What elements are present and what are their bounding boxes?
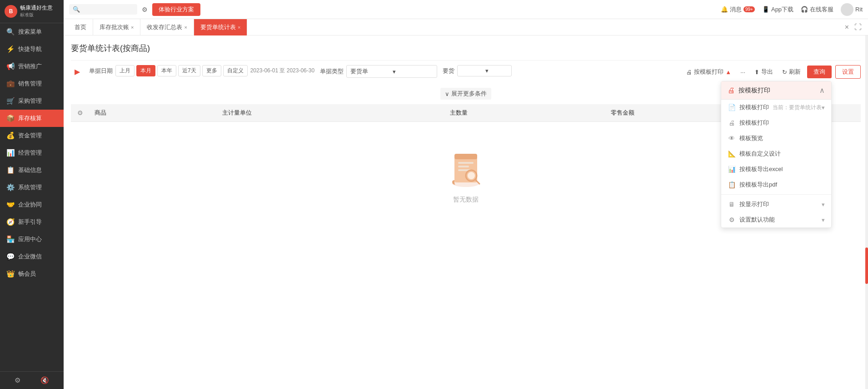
set-default-item[interactable]: ⚙ 设置默认功能 ▾ [721, 212, 831, 227]
current-template-item[interactable]: 📄 按模板打印 当前：要货单统计表 ▾ [721, 100, 831, 115]
chart-icon: 📊 [6, 149, 15, 157]
sidebar-item-operation[interactable]: 📊 经营管理 [0, 144, 64, 162]
goods-select[interactable]: ▾ [457, 65, 512, 76]
sidebar-item-label: 畅会员 [18, 270, 36, 278]
svg-rect-4 [458, 166, 469, 167]
order-type-label: 单据类型 [320, 67, 344, 76]
topbar-gear-icon[interactable]: ⚙ [142, 6, 148, 13]
messages-button[interactable]: 🔔 消息 99+ [721, 5, 755, 14]
display-print-item[interactable]: 🖥 按显示打印 ▾ [721, 197, 831, 212]
dropdown-title: 按模板打印 [738, 86, 770, 95]
refresh-icon: ↻ [782, 69, 787, 76]
sidebar-item-label: 系统管理 [18, 183, 42, 192]
more-icon: ··· [740, 69, 745, 76]
refresh-button[interactable]: ↻ 刷新 [779, 66, 803, 78]
sidebar-item-inventory[interactable]: 📦 库存核算 [0, 110, 64, 127]
current-template-label: 按模板打印 [739, 103, 769, 111]
sidebar-item-label: 应用中心 [18, 235, 42, 243]
sidebar-item-label: 基础信息 [18, 166, 42, 174]
crown-icon: 👑 [6, 270, 15, 278]
sidebar-item-label: 库存核算 [18, 114, 42, 122]
messages-label: 消息 [730, 5, 742, 14]
trial-button[interactable]: 体验行业方案 [152, 3, 200, 16]
sidebar-item-base[interactable]: 📋 基础信息 [0, 162, 64, 179]
printer-icon: 🖨 [686, 69, 692, 76]
query-button[interactable]: 查询 [807, 66, 832, 78]
sidebar-item-finance[interactable]: 💰 资金管理 [0, 127, 64, 144]
print-template-item[interactable]: 🖨 按模板打印 [721, 115, 831, 131]
user-avatar[interactable]: Rit [841, 3, 863, 16]
chevron-down-icon: ▾ [822, 201, 825, 208]
order-type-select[interactable]: 要货单 ▾ [346, 65, 437, 78]
export-button[interactable]: ⬆ 导出 [752, 66, 776, 78]
tab-order-stat[interactable]: 要货单统计表 × [194, 19, 247, 35]
close-icon[interactable]: × [184, 25, 187, 30]
dropdown-close-button[interactable]: ∧ [819, 86, 825, 95]
right-scrollbar[interactable] [865, 35, 868, 389]
sidebar-item-sales[interactable]: 💼 销售管理 [0, 75, 64, 92]
topbar-right: 🔔 消息 99+ 📱 App下载 🎧 在线客服 Rit [721, 3, 863, 16]
more-options-button[interactable]: ··· [738, 67, 748, 77]
close-icon[interactable]: × [238, 25, 240, 30]
chevron-down-icon: ▾ [393, 68, 433, 75]
sidebar-item-guide[interactable]: 🧭 新手引导 [0, 213, 64, 231]
sidebar-item-system[interactable]: ⚙️ 系统管理 [0, 179, 64, 196]
print-template-button[interactable]: 🖨 按模板打印 ▲ [683, 66, 734, 78]
customer-service-button[interactable]: 🎧 在线客服 [801, 5, 833, 14]
sidebar-item-collab[interactable]: 🤝 企业协同 [0, 196, 64, 213]
home-label: 首页 [75, 23, 86, 31]
sidebar-item-shortcut[interactable]: ⚡ 快捷导航 [0, 40, 64, 58]
app-download-button[interactable]: 📱 App下载 [762, 5, 793, 14]
sidebar-item-search[interactable]: 🔍 搜索菜单 [0, 23, 64, 40]
tab-collect[interactable]: 收发存汇总表 × [140, 19, 194, 35]
sidebar-item-member[interactable]: 👑 畅会员 [0, 265, 64, 283]
refresh-label: 刷新 [789, 68, 801, 76]
compass-icon: 🧭 [6, 218, 15, 226]
cart-icon: 🛒 [6, 97, 15, 105]
custom-design-item[interactable]: 📐 模板自定义设计 [721, 146, 831, 162]
sidebar-item-marketing[interactable]: 📢 营销推广 [0, 58, 64, 75]
template-preview-item[interactable]: 👁 模板预览 [721, 131, 831, 146]
expand-more-label: 展开更多条件 [451, 90, 487, 98]
search-input[interactable] [82, 6, 118, 13]
topbar-search-box[interactable]: 🔍 [69, 4, 137, 15]
sidebar-item-label: 资金管理 [18, 131, 42, 140]
tab-batch[interactable]: 库存批次账 × [93, 19, 140, 35]
date-btn-more[interactable]: 更多 [202, 65, 221, 76]
maximize-icon[interactable]: ⛶ [853, 21, 863, 33]
export-pdf-item[interactable]: 📋 按模板导出pdf [721, 177, 831, 192]
sidebar-item-label: 企业协同 [18, 201, 42, 209]
tab-home[interactable]: 首页 [68, 19, 93, 35]
display-print-left: 🖥 按显示打印 [728, 200, 769, 208]
close-icon[interactable]: × [131, 25, 134, 30]
settings-icon: ⚙ [77, 109, 83, 116]
date-btn-custom[interactable]: 自定义 [223, 65, 248, 76]
expand-button[interactable]: ▶ [71, 65, 84, 78]
app-download-label: App下载 [771, 5, 793, 14]
sidebar-item-appstore[interactable]: 🏪 应用中心 [0, 231, 64, 248]
custom-design-label: 模板自定义设计 [739, 150, 781, 158]
empty-text: 暂无数据 [453, 196, 479, 204]
gear-icon: ⚙️ [6, 183, 15, 192]
settings-button[interactable]: 设置 [835, 65, 861, 79]
th-unit: 主计量单位 [217, 104, 444, 122]
date-btn-7days[interactable]: 近7天 [178, 65, 200, 76]
chevron-up-icon: ▲ [725, 69, 731, 76]
close-tab-icon[interactable]: × [843, 21, 851, 33]
export-excel-item[interactable]: 📊 按模板导出excel [721, 162, 831, 177]
sidebar-item-wechat[interactable]: 💬 企业微信 [0, 248, 64, 265]
date-btn-this-month[interactable]: 本月 [136, 65, 155, 76]
date-btn-prev-month[interactable]: 上月 [115, 65, 135, 76]
excel-icon: 📊 [728, 166, 736, 173]
megaphone-icon: 📢 [6, 62, 15, 71]
user-name: Rit [855, 6, 863, 13]
settings-bottom-icon[interactable]: ⚙ [15, 376, 20, 384]
expand-more-button[interactable]: ∨ 展开更多条件 [440, 88, 491, 100]
preview-label: 模板预览 [739, 134, 763, 142]
th-settings[interactable]: ⚙ [71, 104, 89, 122]
sound-icon[interactable]: 🔇 [40, 376, 49, 384]
sidebar-item-purchase[interactable]: 🛒 采购管理 [0, 92, 64, 110]
box-icon: 📦 [6, 114, 15, 122]
pdf-icon: 📋 [728, 181, 736, 188]
date-btn-this-year[interactable]: 本年 [157, 65, 176, 76]
